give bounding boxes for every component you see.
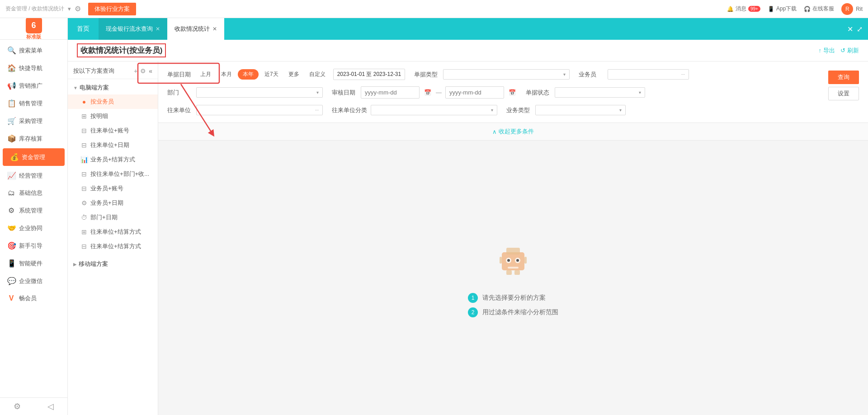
add-scheme-btn[interactable]: + [134,67,137,75]
sidebar-item-sales[interactable]: 📋 销售管理 [0,94,67,112]
partner-category-arrow: ▾ [491,108,493,113]
refresh-icon: ↺ [840,47,845,54]
query-btn[interactable]: 查询 [828,71,859,84]
tab-expand-icon[interactable]: ⤢ [857,25,863,33]
salesman-label: 业务员 [579,71,604,79]
sidebar-item-quick-nav[interactable]: 🏠 快捷导航 [0,59,67,77]
sidebar-item-member[interactable]: V 畅会员 [0,290,67,307]
tab-bank-flow[interactable]: 现金银行流水查询 ✕ [99,18,167,40]
partner-select[interactable]: ··· [196,105,323,115]
tab-bank-flow-close[interactable]: ✕ [156,26,160,32]
top-bar-left: 资金管理 / 收款情况统计 ▾ ⚙ 体验行业方案 [5,3,136,15]
scheme-item-partner-settle2[interactable]: ⊟ 往来单位+结算方式 [68,239,158,254]
sidebar-item-operations[interactable]: 📈 经营管理 [0,167,67,184]
review-date-start-input[interactable] [361,86,420,99]
scheme-item-dept-date[interactable]: ⏱ 部门+日期 [68,210,158,225]
user-area[interactable]: R Rit [841,3,863,15]
salesman-date-icon: ⚙ [80,199,88,207]
tab-close-all-icon[interactable]: ✕ [847,25,853,33]
date-btn-this-year[interactable]: 本年 [238,69,259,80]
scheme-settings-btn[interactable]: ⚙ [140,67,146,75]
scheme-item-salesman-account[interactable]: ⊟ 业务员+账号 [68,181,158,196]
desktop-group-label: 电脑端方案 [80,84,109,92]
smart-hw-icon: 📱 [7,259,15,268]
desktop-group-header[interactable]: ▼ 电脑端方案 [68,81,158,94]
voucher-status-label: 单据状态 [526,89,551,97]
export-btn[interactable]: ↑ 导出 [819,47,835,55]
review-date-end-input[interactable] [445,86,504,99]
partner-dept-icon: ⊟ [80,170,88,178]
tab-collection-stats-close[interactable]: ✕ [212,26,217,32]
salesman-select[interactable]: ··· [608,69,689,80]
online-service-area[interactable]: 🎧 在线客服 [804,5,834,13]
business-type-select[interactable]: ▾ [535,105,626,115]
scheme-label-by-salesman: 按业务员 [90,98,114,106]
date-btn-more[interactable]: 更多 [284,69,303,80]
scheme-item-partner-settle1[interactable]: ⊞ 往来单位+结算方式 [68,225,158,239]
dept-label: 部门 [167,89,193,97]
tab-home[interactable]: 首页 [68,18,99,40]
salesman-more-btn[interactable]: ··· [681,72,685,77]
scheme-item-partner-account[interactable]: ⊟ 往来单位+账号 [68,123,158,138]
svg-point-5 [516,259,519,262]
sidebar-item-search-menu[interactable]: 🔍 搜索菜单 [0,42,67,59]
app-download-area[interactable]: 📱 App下载 [768,5,797,13]
trial-btn[interactable]: 体验行业方案 [88,3,136,15]
scheme-item-by-detail[interactable]: ⊞ 按明细 [68,109,158,123]
sidebar-item-new-guide[interactable]: 🎯 新手引导 [0,237,67,255]
sidebar-label-quick-nav: 快捷导航 [19,64,42,72]
collapse-sidebar-icon[interactable]: ◁ [47,401,54,411]
sidebar-item-system[interactable]: ⚙ 系统管理 [0,202,67,219]
settings-btn[interactable]: 设置 [828,87,859,100]
notification-label: 消息 [736,5,746,13]
voucher-type-select[interactable]: ▾ [443,69,570,80]
sidebar-item-corp-collab[interactable]: 🤝 企业协同 [0,219,67,237]
date-btn-last-month[interactable]: 上月 [196,69,215,80]
filter-item-dept: 部门 ▾ [167,87,323,98]
scheme-item-salesman-settle[interactable]: 📊 业务员+结算方式 [68,152,158,167]
scheme-item-partner-date[interactable]: ⊟ 往来单位+日期 [68,138,158,152]
scheme-item-partner-dept-collect[interactable]: ⊟ 按往来单位+部门+收... [68,167,158,181]
filter-item-voucher-status: 单据状态 ▾ [526,87,645,98]
filter-item-voucher-type: 单据类型 ▾ [414,69,570,80]
top-bar-right: 🔔 消息 99+ 📱 App下载 🎧 在线客服 R Rit [727,3,863,15]
notification-area[interactable]: 🔔 消息 99+ [727,5,760,13]
new-guide-icon: 🎯 [7,241,15,250]
partner-more-btn[interactable]: ··· [315,108,319,113]
settings-bottom-icon[interactable]: ⚙ [14,401,21,411]
calendar-icon-1[interactable]: 📅 [424,89,431,96]
collapse-panel-btn[interactable]: « [149,67,152,75]
settings-icon-topbar[interactable]: ⚙ [75,5,81,13]
collapse-label: 收起更多条件 [499,127,534,136]
date-btn-custom[interactable]: 自定义 [305,69,330,80]
sidebar-item-inventory[interactable]: 📦 库存核算 [0,130,67,147]
user-name: Rit [856,6,863,12]
calendar-icon-2[interactable]: 📅 [509,89,516,96]
scheme-label-by-detail: 按明细 [90,112,108,120]
mobile-group-header[interactable]: ▶ 移动端方案 [68,257,158,271]
sidebar-label-new-guide: 新手引导 [19,242,42,250]
sidebar-item-basic-info[interactable]: 🗂 基础信息 [0,184,67,202]
sidebar-item-marketing[interactable]: 📢 营销推广 [0,77,67,94]
tab-collection-stats[interactable]: 收款情况统计 ✕ [167,18,224,40]
date-options-group: 上月 本月 本年 近7天 更多 自定义 [196,69,330,80]
sidebar-item-smart-hw[interactable]: 📱 智能硬件 [0,255,67,272]
svg-rect-1 [506,248,520,255]
sidebar-item-finance[interactable]: 💰 资金管理 [3,148,65,166]
collapse-bar[interactable]: ∧ 收起更多条件 [158,123,868,141]
dept-select[interactable]: ▾ [196,87,323,98]
system-icon: ⚙ [7,206,15,215]
scheme-item-by-salesman[interactable]: ● 按业务员 [68,94,158,109]
date-btn-this-month[interactable]: 本月 [217,69,236,80]
dropdown-icon[interactable]: ▾ [68,5,71,12]
sidebar-item-purchase[interactable]: 🛒 采购管理 [0,112,67,130]
date-btn-7days[interactable]: 近7天 [260,69,283,80]
empty-robot-icon [491,239,536,284]
finance-icon: 💰 [10,153,18,161]
scheme-item-salesman-date[interactable]: ⚙ 业务员+日期 [68,196,158,210]
partner-category-select[interactable]: ▾ [371,105,497,115]
refresh-btn[interactable]: ↺ 刷新 [840,47,859,55]
voucher-status-select[interactable]: ▾ [555,87,645,98]
sidebar-item-corp-wechat[interactable]: 💬 企业微信 [0,272,67,290]
partner-date-icon: ⊟ [80,141,88,149]
